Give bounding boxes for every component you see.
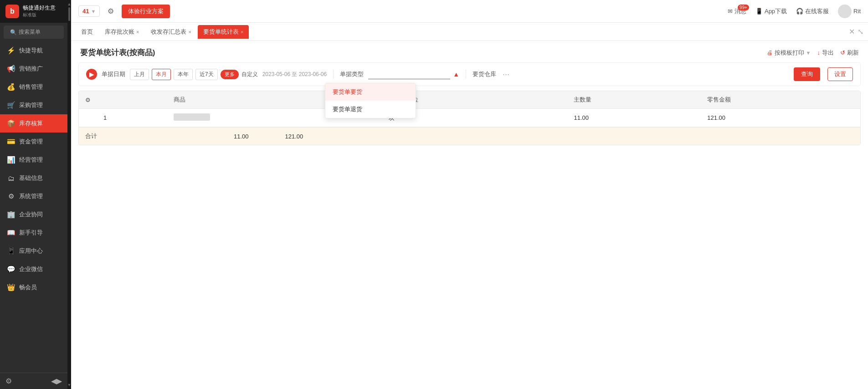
sidebar-item-basics[interactable]: 🗂 基础信息: [0, 169, 67, 187]
purchase-icon: 🛒: [6, 101, 15, 110]
sidebar-item-quick-nav[interactable]: ⚡ 快捷导航: [0, 41, 67, 60]
vip-icon: 👑: [6, 283, 15, 292]
tab-receipt-label: 收发存汇总表: [151, 28, 186, 36]
setting-btn[interactable]: 设置: [827, 67, 853, 81]
date-btn-more[interactable]: 更多: [221, 70, 239, 79]
sidebar-item-operations[interactable]: 📊 经营管理: [0, 151, 67, 169]
type-select-input[interactable]: [368, 69, 450, 79]
date-btn-last-month[interactable]: 上月: [130, 69, 149, 80]
sidebar-label-finance: 资金管理: [19, 138, 43, 146]
scrollbar-thumb: [68, 7, 70, 21]
sidebar-item-sales[interactable]: 💰 销售管理: [0, 78, 67, 96]
expand-icon[interactable]: ⤡: [858, 27, 863, 36]
table-container: ⚙ 商品 主计量单位 主数量 零售金额 1: [78, 91, 861, 145]
tab-order-stats[interactable]: 要货单统计表 ×: [198, 25, 249, 39]
online-service-btn[interactable]: 🎧 在线客服: [796, 7, 829, 15]
tab-order-close-icon[interactable]: ×: [241, 29, 243, 35]
sidebar-label-guide: 新手引导: [19, 229, 43, 237]
sidebar-label-inventory: 库存核算: [19, 119, 43, 128]
sidebar-item-vip[interactable]: 👑 畅会员: [0, 278, 67, 297]
sidebar-label-basics: 基础信息: [19, 174, 43, 182]
sidebar-item-inventory[interactable]: 📦 库存核算: [0, 114, 67, 133]
sidebar-item-finance[interactable]: 💳 资金管理: [0, 133, 67, 151]
online-service-label: 在线客服: [805, 7, 829, 15]
sidebar-label-sales: 销售管理: [19, 83, 43, 91]
type-filter-label: 单据类型: [340, 70, 364, 78]
app-download-btn[interactable]: 📱 App下载: [755, 7, 787, 15]
th-amount: 零售金额: [701, 91, 860, 109]
sidebar-item-marketing[interactable]: 📢 营销推广: [0, 60, 67, 78]
warehouse-filter-label: 要货仓库: [473, 70, 496, 78]
quick-nav-icon: ⚡: [6, 46, 15, 55]
sales-icon: 💰: [6, 82, 15, 92]
collapse-btn[interactable]: ◀▶: [51, 377, 62, 385]
footer-amount: 121.00: [285, 133, 303, 140]
sidebar-scrollbar: ▲ ▼: [67, 0, 71, 389]
sidebar-item-system[interactable]: ⚙ 系统管理: [0, 187, 67, 205]
tab-batch-account-label: 库存批次账: [105, 28, 134, 36]
dropdown-item-yaohuodantuihuo[interactable]: 要货单退货: [325, 101, 416, 118]
messages-btn[interactable]: ✉ 消息 99+: [728, 7, 746, 15]
export-btn[interactable]: ↓ 导出: [817, 49, 834, 57]
type-dropdown: 要货单要货 要货单退货: [325, 83, 416, 118]
col-settings-icon[interactable]: ⚙: [85, 97, 91, 103]
topbar-right: ✉ 消息 99+ 📱 App下载 🎧 在线客服 Rit: [728, 5, 861, 18]
date-btn-7days[interactable]: 近7天: [195, 69, 218, 80]
tab-batch-account[interactable]: 库存批次账 ×: [99, 25, 144, 39]
tabbar: 首页 库存批次账 × 收发存汇总表 × 要货单统计表 × ✕ ⤡: [71, 23, 868, 41]
sidebar-label-system: 系统管理: [19, 192, 43, 200]
mobile-icon: 📱: [755, 8, 763, 15]
store-selector[interactable]: 41 ▼: [78, 5, 100, 17]
sidebar-item-wechat[interactable]: 💬 企业微信: [0, 260, 67, 278]
table-footer: 合计 11.00 121.00: [79, 127, 860, 145]
warehouse-more-icon[interactable]: ···: [503, 70, 509, 79]
page-title: 要货单统计表(按商品): [80, 47, 155, 58]
sidebar-footer: ⚙ ◀▶: [0, 373, 67, 389]
tab-batch-close-icon[interactable]: ×: [136, 29, 139, 35]
page-header: 要货单统计表(按商品) 🖨 按模板打印 ▼ ↓ 导出 ↺ 刷新: [71, 41, 868, 62]
wechat-icon: 💬: [6, 265, 15, 274]
sidebar-nav: ⚡ 快捷导航 📢 营销推广 💰 销售管理 🛒 采购管理 📦 库存核算 💳 资金管…: [0, 41, 67, 373]
product-blurred: [174, 113, 210, 121]
user-avatar[interactable]: Rit: [838, 5, 861, 18]
gear-btn[interactable]: ⚙: [104, 5, 117, 18]
app-version: 标准版: [23, 12, 56, 18]
header-actions: 🖨 按模板打印 ▼ ↓ 导出 ↺ 刷新: [767, 49, 859, 57]
cell-amount: 121.00: [701, 109, 860, 127]
dropdown-item-yaohuodanyaohuo[interactable]: 要货单要货: [325, 83, 416, 101]
footer-label: 合计: [85, 132, 97, 140]
cell-settings: [79, 109, 97, 127]
filter-divider-2: [466, 70, 466, 79]
store-num: 41: [82, 8, 89, 15]
sidebar-label-marketing: 营销推广: [19, 65, 43, 73]
close-all-icon[interactable]: ✕: [849, 27, 855, 36]
refresh-btn[interactable]: ↺ 刷新: [840, 49, 859, 57]
filter-expand-btn[interactable]: ▶: [86, 69, 97, 80]
date-btn-this-month[interactable]: 本月: [152, 69, 171, 80]
tab-receipt-summary[interactable]: 收发存汇总表 ×: [145, 25, 196, 39]
tab-home[interactable]: 首页: [76, 25, 98, 39]
sidebar-item-guide[interactable]: 📖 新手引导: [0, 224, 67, 242]
trial-btn[interactable]: 体验行业方案: [122, 5, 170, 18]
avatar-img: [838, 5, 852, 18]
app-download-label: App下载: [765, 7, 787, 15]
marketing-icon: 📢: [6, 64, 15, 73]
query-btn[interactable]: 查询: [794, 67, 820, 81]
print-btn[interactable]: 🖨 按模板打印 ▼: [767, 49, 811, 57]
th-settings[interactable]: ⚙: [79, 91, 97, 109]
type-select-chevron-up-icon[interactable]: ▲: [453, 71, 459, 78]
settings-btn[interactable]: ⚙: [5, 377, 12, 385]
sidebar-item-purchase[interactable]: 🛒 采购管理: [0, 96, 67, 114]
date-custom-btn[interactable]: 自定义: [241, 71, 258, 78]
sidebar-item-app-center[interactable]: 📱 应用中心: [0, 242, 67, 260]
sidebar-item-enterprise[interactable]: 🏢 企业协同: [0, 205, 67, 224]
tab-receipt-close-icon[interactable]: ×: [188, 29, 191, 35]
print-icon: 🖨: [767, 49, 773, 56]
logo-icon: b: [5, 5, 19, 18]
print-label: 按模板打印: [775, 49, 804, 57]
date-btn-this-year[interactable]: 本年: [174, 69, 193, 80]
refresh-label: 刷新: [847, 49, 859, 57]
app-name: 畅捷通好生意: [23, 5, 56, 12]
print-chevron-icon: ▼: [806, 50, 811, 56]
search-menu-btn[interactable]: 🔍 搜索菜单: [4, 26, 64, 39]
